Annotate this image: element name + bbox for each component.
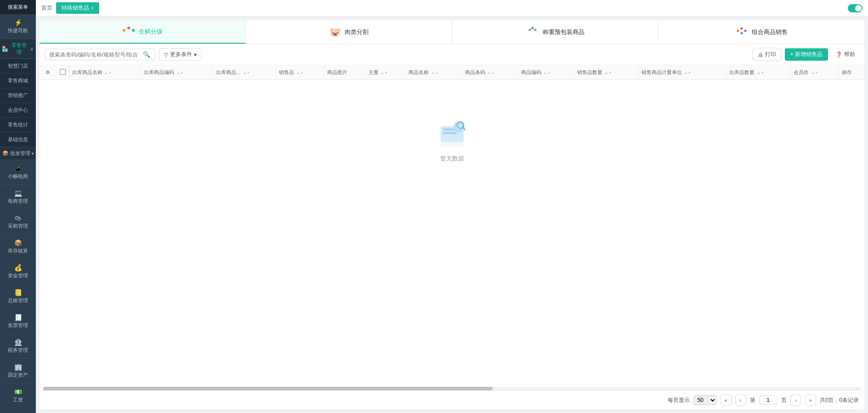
ledger-icon: 📒 [14,289,22,296]
pagination: 每页显示 10 20 50 100 « ‹ 第 页 › » 共0页，0条记录 [40,390,864,409]
col-weight[interactable]: 主量 ▲▼ [365,65,406,80]
tab-meat-cut-label: 肉类分割 [345,28,369,36]
horizontal-scrollbar[interactable] [43,387,861,390]
col-out-spec[interactable]: 出库商品... ▲▼ [213,65,276,80]
tab-combo-sales[interactable]: 组合商品销售 [658,20,864,44]
sidebar-item-ecommerce[interactable]: 💻 电商管理 [0,185,36,210]
last-page-button[interactable]: » [805,395,816,406]
main-content: 首页 特殊销售品 × [36,0,868,413]
sort-sale-unit[interactable]: ▲▼ [684,71,692,75]
empty-text: 暂无数据 [440,155,464,163]
total-info: 共0页，0条记录 [820,396,859,404]
tab-combo-sales-label: 组合商品销售 [752,28,788,36]
chevron-down-icon: ▲ [30,46,34,51]
search-box[interactable]: 🔍 [45,49,155,60]
col-product-name[interactable]: 商品名称 ▲▼ [406,65,462,80]
col-barcode[interactable]: 商品条码 ▲▼ [462,65,518,80]
col-out-code[interactable]: 出库商品编码 ▲▼ [141,65,213,80]
help-button[interactable]: ❓ 帮助 [832,48,859,61]
sidebar-item-basic-info[interactable]: 基础信息 [0,132,36,147]
first-page-button[interactable]: « [720,395,732,406]
tab-meat-cut[interactable]: 🐷 肉类分割 [246,20,452,44]
tab-weight-pack-label: 称重预包装商品 [543,28,584,36]
sidebar-item-business[interactable]: 📈 经营管理 [0,408,36,413]
next-page-button[interactable]: › [790,395,801,406]
sidebar-item-smart-store[interactable]: 智慧门店 [0,59,36,74]
sidebar-section-retail[interactable]: 🏪 零售管理 ▲ [0,39,36,59]
sidebar-item-member[interactable]: 会员中心 [0,103,36,118]
sidebar-item-retail-mall[interactable]: 零售商城 [0,74,36,88]
sort-member-price[interactable]: ▲▼ [811,71,818,75]
scrollbar-thumb[interactable] [43,387,493,390]
print-label: 打印 [765,51,776,58]
sidebar-item-invoice[interactable]: 🧾 发票管理 [0,309,36,334]
svg-point-10 [737,30,739,32]
home-tab[interactable]: 首页 [41,4,52,12]
sort-out-name[interactable]: ▲▼ [105,71,112,75]
active-tab[interactable]: 特殊销售品 × [56,2,99,14]
sidebar-item-retail-stats[interactable]: 零售统计 [0,118,36,132]
invoice-icon: 🧾 [14,314,22,321]
lightning-icon: ⚡ [14,19,22,26]
sort-product-code[interactable]: ▲▼ [544,71,551,75]
sidebar-item-marketing[interactable]: 营销推广 [0,88,36,103]
close-tab-icon[interactable]: × [91,6,94,11]
tab-weight-pack[interactable]: 称重预包装商品 [452,20,658,44]
scale-icon [526,26,539,38]
svg-point-11 [741,28,743,30]
box-icon: 📦 [2,150,9,156]
computer-icon: 💻 [14,189,22,197]
col-checkbox[interactable] [56,65,69,80]
tab-fresh-grade[interactable]: 生鲜分级 [40,20,246,44]
sidebar-item-tax[interactable]: 🏦 税务管理 [0,334,36,359]
col-sale-item[interactable]: 销售品 ▲▼ [276,65,324,80]
sort-barcode[interactable]: ▲▼ [488,71,495,75]
building-icon: 🏢 [14,363,22,371]
pig-icon: 🐷 [329,27,341,38]
sidebar-item-inventory[interactable]: 📦 库存核算 [0,235,36,259]
gift-icon [735,26,748,38]
col-settings[interactable]: ⚙ [40,65,56,80]
col-product-code[interactable]: 商品编码 ▲▼ [518,65,574,80]
search-input[interactable] [49,52,141,58]
toolbar: 🔍 ▽ 更多条件 ▾ 🖨 打印 + 新增销售品 ❓ 帮助 [40,44,864,65]
sort-weight[interactable]: ▲▼ [381,71,388,75]
add-sales-item-button[interactable]: + 新增销售品 [785,48,828,61]
col-out-name[interactable]: 出库商品名称 ▲▼ [69,65,141,80]
col-sale-unit[interactable]: 销售商品计量单位 ▲▼ [638,65,726,80]
sidebar-item-wages[interactable]: 💵 工资 [0,384,36,408]
sort-out-qty[interactable]: ▲▼ [757,71,764,75]
sidebar: 搜索菜单 ⚡ 快捷导航 🏪 零售管理 ▲ 智慧门店 零售商城 营销推广 会员中心… [0,0,36,413]
col-member-price[interactable]: 会员价 ▲▼ [790,65,839,80]
col-out-qty[interactable]: 出库品数量 ▲▼ [726,65,791,80]
wage-icon: 💵 [14,388,22,396]
sidebar-item-quick-nav[interactable]: ⚡ 快捷导航 [0,14,36,39]
print-button[interactable]: 🖨 打印 [753,48,781,61]
tab-fresh-grade-label: 生鲜分级 [139,28,163,36]
prev-page-button[interactable]: ‹ [735,395,746,406]
sidebar-item-capital[interactable]: 💰 资金管理 [0,259,36,284]
select-all-checkbox[interactable] [60,69,66,75]
page-label: 第 [750,396,755,404]
sidebar-item-fixed-assets[interactable]: 🏢 固定资产 [0,359,36,384]
page-size-select[interactable]: 10 20 50 100 [693,395,717,405]
sort-out-code[interactable]: ▲▼ [176,71,184,75]
sidebar-item-ledger[interactable]: 📒 总账管理 [0,284,36,309]
page-number-input[interactable] [759,396,777,405]
sidebar-section-wholesale[interactable]: 📦 批发管理 ▾ [0,147,36,160]
sidebar-item-purchase[interactable]: 🛍 采购管理 [0,210,36,235]
filter-button[interactable]: ▽ 更多条件 ▾ [159,48,202,61]
add-label: + 新增销售品 [790,51,823,58]
active-tab-label: 特殊销售品 [62,4,89,12]
sort-out-spec[interactable]: ▲▼ [243,71,250,75]
shopping-icon: 🛍 [15,214,21,222]
sort-sale-qty[interactable]: ▲▼ [605,71,612,75]
sort-product-name[interactable]: ▲▼ [431,71,438,75]
col-sale-qty[interactable]: 销售品数量 ▲▼ [574,65,639,80]
sort-sale-item[interactable]: ▲▼ [296,71,304,75]
sidebar-item-mini-app[interactable]: 📱 小畅电商 [0,160,36,185]
col-product-img: 商品图片 [324,65,366,80]
empty-icon [434,117,471,149]
sidebar-logo[interactable]: 搜索菜单 [0,0,36,14]
money-icon: 💰 [14,264,22,271]
